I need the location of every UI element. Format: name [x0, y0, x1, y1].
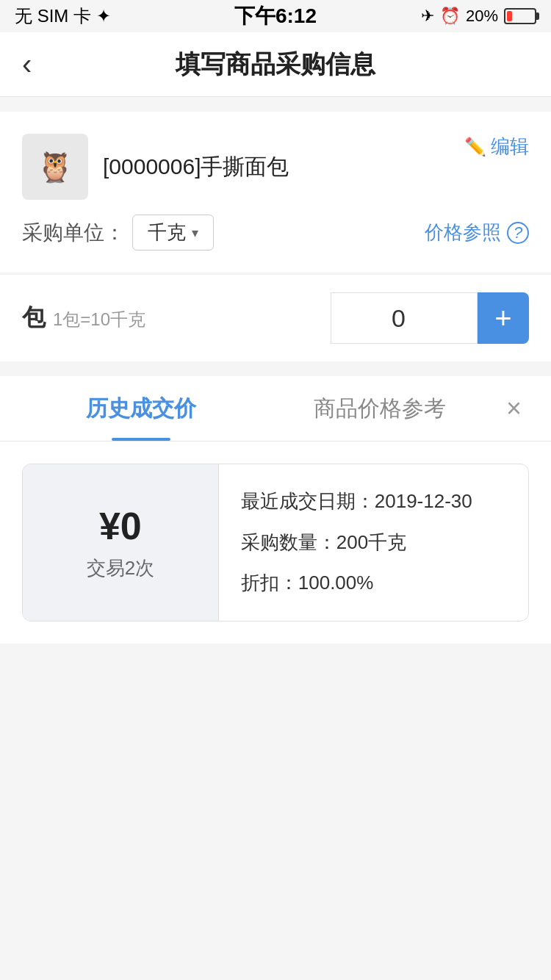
history-content: ¥0 交易2次 最近成交日期：2019-12-30 采购数量：200千克 折扣：… — [0, 442, 551, 644]
back-button[interactable]: ‹ — [22, 48, 32, 81]
discount-label: 折扣： — [241, 572, 298, 594]
quantity-unit-sub: 1包=10千克 — [53, 308, 145, 331]
quantity-input-group: + — [331, 292, 529, 344]
purchase-qty-label: 采购数量： — [241, 531, 336, 553]
unit-label: 采购单位： — [22, 219, 125, 247]
alarm-icon: ⏰ — [440, 7, 460, 26]
nav-bar: ‹ 填写商品采购信息 — [0, 32, 551, 97]
tab-history-price-label: 历史成交价 — [86, 394, 196, 424]
status-right: ✈ ⏰ 20% — [421, 7, 536, 26]
discount-row: 折扣：100.00% — [241, 568, 506, 599]
product-id: [0000006] — [103, 154, 201, 179]
recent-date-label: 最近成交日期： — [241, 490, 375, 512]
status-bar: 无 SIM 卡 ✦ 下午6:12 ✈ ⏰ 20% — [0, 0, 551, 32]
chevron-down-icon: ▾ — [192, 225, 198, 241]
product-logo-icon: 🦉 — [37, 150, 73, 184]
purchase-qty-value: 200千克 — [336, 531, 406, 553]
product-unit-row: 采购单位： 千克 ▾ 价格参照 ? — [22, 215, 529, 251]
recent-date-row: 最近成交日期：2019-12-30 — [241, 486, 506, 517]
trade-count: 交易2次 — [87, 555, 154, 581]
unit-value: 千克 — [148, 220, 186, 245]
product-name: [0000006]手撕面包 — [103, 152, 289, 182]
location-icon: ✈ — [421, 7, 434, 26]
tabs-section: 历史成交价 商品价格参考 × ¥0 交易2次 最近成交日期：2019-12-30… — [0, 376, 551, 644]
product-thumbnail: 🦉 — [22, 134, 88, 200]
discount-value: 100.00% — [298, 572, 374, 594]
unit-select[interactable]: 千克 ▾ — [132, 215, 214, 251]
sim-status: 无 SIM 卡 ✦ — [15, 4, 111, 28]
product-left: 🦉 [0000006]手撕面包 — [22, 134, 289, 200]
tab-product-price-ref[interactable]: 商品价格参考 — [260, 376, 498, 441]
price-ref-info-icon: ? — [507, 222, 529, 244]
edit-icon: ✏️ — [464, 137, 486, 157]
history-card: ¥0 交易2次 最近成交日期：2019-12-30 采购数量：200千克 折扣：… — [22, 464, 529, 621]
edit-label: 编辑 — [491, 134, 529, 159]
product-header: 🦉 [0000006]手撕面包 ✏️ 编辑 — [22, 134, 529, 200]
product-card: 🦉 [0000006]手撕面包 ✏️ 编辑 采购单位： 千克 ▾ 价格参照 ? — [0, 112, 551, 273]
price-ref-button[interactable]: 价格参照 ? — [425, 220, 529, 245]
tabs-header: 历史成交价 商品价格参考 × — [0, 376, 551, 442]
purchase-qty-row: 采购数量：200千克 — [241, 527, 506, 558]
quantity-section: 包 1包=10千克 + — [0, 274, 551, 361]
page-title: 填写商品采购信息 — [176, 48, 375, 82]
plus-icon: + — [494, 302, 511, 335]
price-ref-label: 价格参照 — [425, 220, 501, 245]
tab-product-price-ref-label: 商品价格参考 — [314, 394, 446, 424]
quantity-plus-button[interactable]: + — [478, 292, 529, 344]
status-time: 下午6:12 — [234, 2, 317, 30]
quantity-input[interactable] — [331, 292, 478, 344]
battery-icon — [504, 8, 536, 24]
status-left: 无 SIM 卡 ✦ — [15, 4, 111, 28]
product-title: 手撕面包 — [201, 154, 289, 179]
history-left: ¥0 交易2次 — [23, 464, 219, 621]
history-right: 最近成交日期：2019-12-30 采购数量：200千克 折扣：100.00% — [219, 464, 528, 621]
quantity-label: 包 1包=10千克 — [22, 302, 145, 334]
edit-button[interactable]: ✏️ 编辑 — [464, 134, 529, 159]
battery-percent: 20% — [466, 7, 498, 26]
price-display: ¥0 — [99, 504, 142, 548]
info-icon-text: ? — [514, 223, 522, 242]
recent-date-value: 2019-12-30 — [375, 490, 472, 512]
tab-history-price[interactable]: 历史成交价 — [22, 376, 260, 441]
quantity-unit-big: 包 — [22, 302, 46, 334]
close-button[interactable]: × — [499, 386, 529, 431]
